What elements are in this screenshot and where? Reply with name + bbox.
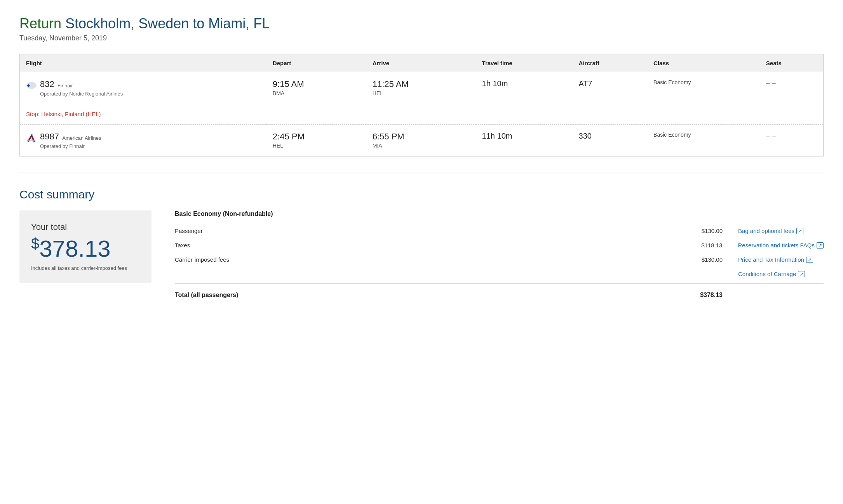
flight-2-arrive-time: 6:55 PM [373,132,470,142]
reservation-faqs-link-cell: Reservation and tickets FAQs ↗ [722,242,824,249]
reservation-faqs-link[interactable]: Reservation and tickets FAQs ↗ [738,242,824,249]
flight-2-info: 8987 American Airlines Operated by Finna… [20,125,266,156]
your-total-label: Your total [31,222,136,232]
flight-2-travel-time: 11h 10m [476,125,573,156]
section-divider [19,172,824,172]
passenger-label: Passenger [175,228,691,234]
cost-total-line: Total (all passengers) $378.13 [175,286,824,299]
flight-1-travel-time: 1h 10m [476,72,573,104]
flight-1-aircraft: AT7 [573,72,648,104]
col-class: Class [647,54,760,72]
flight-1-arrive-airport: HEL [373,90,470,96]
table-row: 8987 American Airlines Operated by Finna… [20,125,824,156]
flight-2-class: Basic Economy [647,125,760,156]
flight-2-seats: – – [760,125,824,156]
col-travel-time: Travel time [476,54,573,72]
price-tax-info-link-cell: Price and Tax Information ↗ [723,256,824,263]
finnair-logo-icon: ✈ [26,80,37,91]
bag-fees-link-cell: Bag and optional fees ↗ [723,228,824,234]
your-total-amount: $378.13 [31,236,136,261]
stop-label: Stop: Helsinki, Finland (HEL) [20,104,824,125]
flight-1-arrive-time: 11:25 AM [373,79,470,89]
cost-line-taxes: Taxes $118.13 Reservation and tickets FA… [175,238,824,252]
flight-2-operated-by: Operated by Finnair [40,143,101,149]
flight-2-airline: American Airlines [62,135,101,141]
cost-summary-title: Cost summary [19,188,824,201]
flight-1-operated-by: Operated by Nordic Regional Airlines [40,91,123,97]
total-includes-label: Includes all taxes and carrier-imposed f… [31,265,136,271]
cost-divider [175,283,824,284]
conditions-link-text: Conditions of Carriage [738,271,796,277]
flight-2-arrive-airport: MIA [373,143,470,149]
your-total-box: Your total $378.13 Includes all taxes an… [19,210,152,283]
title-route: Stockholm, Sweden to Miami, FL [65,16,270,31]
flight-table: Flight Depart Arrive Travel time Aircraf… [19,54,824,156]
price-tax-info-link-text: Price and Tax Information [738,256,804,263]
svg-text:✈: ✈ [27,83,31,88]
page-subtitle: Tuesday, November 5, 2019 [19,34,824,42]
col-flight: Flight [20,54,266,72]
fare-type-label: Basic Economy (Non-refundable) [175,210,824,217]
cost-summary-layout: Your total $378.13 Includes all taxes an… [19,210,824,299]
flight-1-class: Basic Economy [647,72,760,104]
bag-fees-link-text: Bag and optional fees [738,228,794,234]
carrier-fees-amount: $130.00 [691,256,723,263]
col-seats: Seats [760,54,824,72]
cost-total-amount: $378.13 [691,292,723,299]
flight-1-seats: – – [760,72,824,104]
title-prefix: Return [19,16,65,31]
cost-total-label: Total (all passengers) [175,292,691,299]
reservation-faqs-link-text: Reservation and tickets FAQs [738,242,815,249]
flight-1-depart-time: 9:15 AM [273,79,360,89]
flight-1-depart-airport: BMA [273,90,360,96]
external-link-icon-2: ↗ [817,242,824,249]
carrier-fees-label: Carrier-imposed fees [175,256,691,263]
cost-line-passenger: Passenger $130.00 Bag and optional fees … [175,224,824,238]
cost-line-conditions: Conditions of Carriage ↗ [175,267,824,281]
passenger-amount: $130.00 [691,228,723,234]
total-number: 378.13 [39,236,111,262]
page-title: Return Stockholm, Sweden to Miami, FL [19,16,824,32]
flight-2-depart: 2:45 PM HEL [266,125,366,156]
table-header-row: Flight Depart Arrive Travel time Aircraf… [20,54,824,72]
dollar-sign: $ [31,235,39,252]
flight-1-airline: Finnair [57,83,73,89]
conditions-link[interactable]: Conditions of Carriage ↗ [738,271,805,277]
aa-logo-icon [26,132,37,143]
total-sub-label: (all passengers) [191,292,238,298]
external-link-icon-4: ↗ [798,271,805,277]
flight-2-number: 8987 [40,132,59,141]
flight-2-depart-time: 2:45 PM [273,132,360,142]
taxes-label: Taxes [175,242,691,249]
bag-fees-link[interactable]: Bag and optional fees ↗ [738,228,803,234]
flight-1-number: 832 [40,79,54,89]
flight-2-arrive: 6:55 PM MIA [366,125,476,156]
taxes-amount: $118.13 [691,242,722,249]
col-arrive: Arrive [366,54,476,72]
cost-line-carrier-fees: Carrier-imposed fees $130.00 Price and T… [175,252,824,267]
external-link-icon: ↗ [796,228,803,234]
flight-2-aircraft: 330 [573,125,648,156]
cost-details: Basic Economy (Non-refundable) Passenger… [175,210,824,299]
flight-1-depart: 9:15 AM BMA [266,72,366,104]
conditions-link-cell: Conditions of Carriage ↗ [723,271,824,277]
price-tax-info-link[interactable]: Price and Tax Information ↗ [738,256,813,263]
col-aircraft: Aircraft [573,54,648,72]
flight-1-info: ✈ 832 Finnair Operated by Nordic Regiona… [20,72,266,104]
external-link-icon-3: ↗ [806,257,813,263]
stop-row: Stop: Helsinki, Finland (HEL) [20,104,824,125]
flight-2-depart-airport: HEL [273,143,360,149]
flight-1-arrive: 11:25 AM HEL [366,72,476,104]
table-row: ✈ 832 Finnair Operated by Nordic Regiona… [20,72,824,104]
col-depart: Depart [266,54,366,72]
